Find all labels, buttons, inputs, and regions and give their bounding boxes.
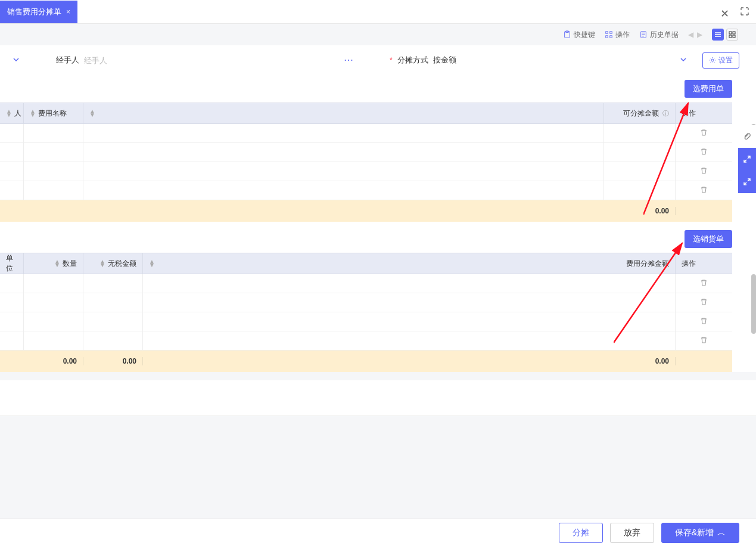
expense-table: ▲▼人 ▲▼费用名称 ▲▼ 可分摊金额ⓘ 操作 0.00 <box>0 103 732 222</box>
svg-rect-2 <box>606 32 608 34</box>
list-view-toggle[interactable] <box>712 29 724 41</box>
sort-icon[interactable]: ▲▼ <box>54 260 60 267</box>
svg-rect-4 <box>606 36 608 38</box>
list-icon <box>714 31 721 38</box>
select-sales-button[interactable]: 选销货单 <box>685 230 732 248</box>
th-operate: 操作 <box>676 103 732 123</box>
th-alloc[interactable]: ▲▼费用分摊金额 <box>143 253 676 274</box>
trash-icon[interactable] <box>700 167 708 176</box>
trash-icon[interactable] <box>700 336 708 346</box>
tab-close-icon[interactable]: × <box>66 8 70 16</box>
total-qty: 0.00 <box>24 357 83 365</box>
method-label: 分摊方式 <box>397 55 428 66</box>
svg-rect-8 <box>733 32 735 34</box>
next-icon[interactable]: ▶ <box>697 30 702 39</box>
tab-sales-expense-allocation[interactable]: 销售费用分摊单 × <box>0 1 77 23</box>
table-row[interactable] <box>0 162 732 181</box>
nav-arrows: ◀ ▶ <box>688 30 702 39</box>
total-notax: 0.00 <box>83 357 143 365</box>
prev-icon[interactable]: ◀ <box>688 30 693 39</box>
svg-rect-3 <box>610 32 612 34</box>
toolbar: 快捷键 操作 历史单据 ◀ ▶ <box>0 24 756 45</box>
sales-table: 单位 ▲▼数量 ▲▼无税金额 ▲▼费用分摊金额 操作 0.00 0.00 0.0… <box>0 253 732 372</box>
trash-icon[interactable] <box>700 317 708 327</box>
chevron-down-icon[interactable] <box>679 55 687 66</box>
chevron-up-icon: ︿ <box>717 528 726 538</box>
th-partial: ▲▼人 <box>0 103 24 123</box>
expand-button-2[interactable] <box>738 170 756 193</box>
th-notax[interactable]: ▲▼无税金额 <box>83 253 143 274</box>
allocate-button[interactable]: 分摊 <box>559 523 603 543</box>
doc-icon <box>639 30 648 39</box>
sort-icon[interactable]: ▲▼ <box>149 260 155 267</box>
method-field: * 分摊方式 <box>390 55 687 66</box>
trash-icon[interactable] <box>700 279 708 288</box>
grid-icon <box>605 30 613 39</box>
chevron-down-icon[interactable] <box>12 55 20 66</box>
scrollbar[interactable] <box>751 274 756 334</box>
trash-icon[interactable] <box>700 186 708 196</box>
attachment-button[interactable] <box>738 125 756 148</box>
clipboard-icon <box>563 30 571 39</box>
discard-button[interactable]: 放弃 <box>610 523 654 543</box>
sort-icon[interactable]: ▲▼ <box>6 110 12 117</box>
select-expense-button[interactable]: 选费用单 <box>685 80 732 98</box>
footer: 分摊 放弃 保存&新增 ︿ <box>0 519 756 546</box>
fullscreen-icon[interactable] <box>741 7 749 17</box>
form-row: 经手人 ··· * 分摊方式 设置 <box>0 45 756 75</box>
th-unit[interactable]: 单位 <box>0 253 24 274</box>
tab-bar: 销售费用分摊单 × <box>0 0 756 24</box>
help-icon[interactable]: ⓘ <box>662 109 669 118</box>
th-operate: 操作 <box>676 253 732 274</box>
table-head: 单位 ▲▼数量 ▲▼无税金额 ▲▼费用分摊金额 操作 <box>0 253 732 274</box>
table-row[interactable] <box>0 274 732 293</box>
table-row[interactable] <box>0 293 732 312</box>
handler-label: 经手人 <box>56 55 79 66</box>
view-toggles <box>712 29 738 41</box>
table-row[interactable] <box>0 124 732 143</box>
svg-rect-9 <box>729 35 732 38</box>
table-row[interactable] <box>0 331 732 350</box>
sort-icon[interactable]: ▲▼ <box>99 260 105 267</box>
expense-section: 选费用单 ▲▼人 ▲▼费用名称 ▲▼ 可分摊金额ⓘ 操作 0.00 选销货单 单… <box>0 75 756 372</box>
table-footer: 0.00 <box>0 200 732 222</box>
total-amount: 0.00 <box>604 207 676 215</box>
expand-icon <box>742 177 752 187</box>
expand-icon <box>742 154 752 164</box>
operate-link[interactable]: 操作 <box>605 30 630 40</box>
handler-input[interactable] <box>84 56 340 65</box>
settings-button[interactable]: 设置 <box>702 52 739 69</box>
svg-rect-10 <box>733 35 735 38</box>
method-input[interactable] <box>433 56 674 65</box>
table-row[interactable] <box>0 143 732 162</box>
more-icon[interactable]: ··· <box>344 56 354 64</box>
card-view-toggle[interactable] <box>726 29 738 41</box>
th-allocatable-amount[interactable]: 可分摊金额ⓘ <box>604 103 676 123</box>
table-row[interactable] <box>0 312 732 331</box>
trash-icon[interactable] <box>700 129 708 138</box>
sort-icon[interactable]: ▲▼ <box>30 110 36 117</box>
expand-button-1[interactable] <box>738 148 756 170</box>
table-row[interactable] <box>0 181 732 200</box>
close-icon[interactable]: ✕ <box>720 7 729 20</box>
th-expense-name[interactable]: ▲▼费用名称 <box>24 103 83 123</box>
gear-icon <box>709 57 716 64</box>
sort-icon[interactable]: ▲▼ <box>89 110 95 117</box>
history-link[interactable]: 历史单据 <box>639 30 679 40</box>
right-tools <box>738 125 756 193</box>
tab-title: 销售费用分摊单 <box>7 7 61 17</box>
total-alloc: 0.00 <box>143 357 676 365</box>
trash-icon[interactable] <box>700 148 708 157</box>
table-head: ▲▼人 ▲▼费用名称 ▲▼ 可分摊金额ⓘ 操作 <box>0 103 732 124</box>
save-new-button[interactable]: 保存&新增 ︿ <box>661 523 739 543</box>
svg-rect-7 <box>729 32 732 34</box>
table-footer: 0.00 0.00 0.00 <box>0 350 732 372</box>
handler-field: 经手人 ··· <box>56 55 354 66</box>
svg-rect-5 <box>610 36 612 38</box>
shortcut-link[interactable]: 快捷键 <box>563 30 595 40</box>
paperclip-icon <box>742 132 752 141</box>
th-qty[interactable]: ▲▼数量 <box>24 253 83 274</box>
th-blank: ▲▼ <box>83 103 604 123</box>
trash-icon[interactable] <box>700 298 708 308</box>
required-mark: * <box>390 56 393 64</box>
